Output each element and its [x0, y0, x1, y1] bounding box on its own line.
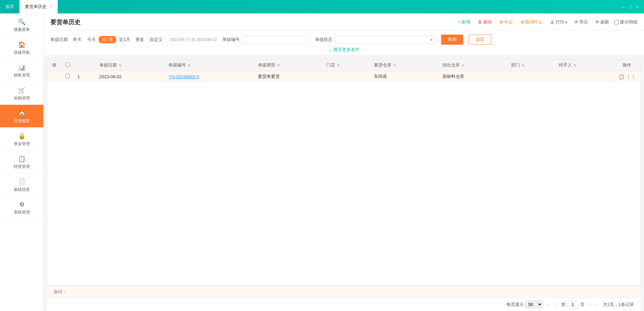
col-req-warehouse: 要货仓库 ⇅ — [371, 59, 439, 71]
sidebar-item-search-menu[interactable]: 🔍 搜索菜单 — [0, 13, 43, 36]
page-title-row: 要货单历史 + 新增 🗑 删除 ⊗ 中止 ⊗ 取消中止 🖨 — [50, 18, 637, 26]
action-icons: 📋 ⋮⋮ — [617, 74, 637, 79]
sidebar-item-inventory[interactable]: 🏠 库存核算 — [0, 105, 43, 128]
status-select-container: ▾ — [335, 36, 436, 44]
sidebar-item-purchase[interactable]: 🛒 采购管理 — [0, 82, 43, 105]
show-detail-button[interactable]: 显示明细 — [614, 19, 637, 25]
pagination-bar: 每页显示 10 20 50 100 « < 第 页 > » 共1页，1条记录 — [47, 298, 641, 311]
date-option-custom[interactable]: 自定义 — [147, 36, 165, 43]
req-warehouse-sort-icon[interactable]: ⇅ — [393, 63, 396, 67]
data-table: ⚙ 单据日期 ⇅ 单据编号 ⇅ — [47, 59, 640, 82]
sidebar-item-purchase-label: 采购管理 — [14, 95, 30, 101]
show-detail-checkbox[interactable] — [614, 20, 619, 25]
export-button-label: ⟳ 导出 — [575, 19, 588, 25]
tab-close-icon[interactable]: × — [50, 0, 52, 13]
minimize-btn[interactable]: — — [621, 4, 626, 9]
col-store: 门店 ⇅ — [323, 59, 371, 71]
row-doc-type: 要货单要货 — [255, 71, 323, 82]
sidebar-item-system[interactable]: ⚙ 系统管理 — [0, 196, 43, 219]
system-icon: ⚙ — [19, 201, 24, 208]
col-doc-no: 单据编号 ⇅ — [165, 59, 255, 71]
status-label: 单据状态 — [315, 37, 332, 43]
col-index — [74, 59, 96, 71]
print-button[interactable]: 🖨 打印 ▾ — [548, 18, 569, 26]
page-number-input[interactable] — [567, 301, 579, 308]
doc-no-sort-icon[interactable]: ⇅ — [188, 63, 191, 67]
status-input[interactable] — [335, 36, 428, 44]
tab-home[interactable]: 首页 — [0, 0, 19, 13]
row-checkbox[interactable] — [65, 74, 70, 78]
select-all-checkbox[interactable] — [65, 62, 70, 67]
col-gear: ⚙ — [47, 59, 61, 71]
status-dropdown-icon[interactable]: ▾ — [428, 37, 435, 42]
last-page-btn[interactable]: » — [594, 301, 600, 308]
row-actions: 📋 ⋮⋮ — [613, 71, 640, 82]
table-gear-icon[interactable]: ⚙ — [52, 62, 56, 68]
sales-icon: 📊 — [18, 64, 25, 71]
per-page-label: 每页显示 — [506, 302, 524, 308]
prev-page-btn[interactable]: < — [553, 301, 560, 308]
row-store — [323, 71, 371, 82]
expand-more-label: 展开更多条件 — [333, 47, 360, 53]
sidebar-item-operations-label: 经营管理 — [14, 164, 30, 170]
doc-no-link[interactable]: YH-20230602-0 — [168, 74, 199, 79]
first-page-btn[interactable]: « — [545, 301, 552, 308]
sidebar-item-finance[interactable]: 🔒 资金管理 — [0, 128, 43, 150]
date-option-more[interactable]: 更多 — [133, 36, 147, 43]
table-header: ⚙ 单据日期 ⇅ 单据编号 ⇅ — [47, 59, 640, 71]
row-department — [508, 71, 555, 82]
sidebar-item-sales[interactable]: 📊 销售管理 — [0, 59, 43, 82]
close-window-btn[interactable]: × — [636, 4, 639, 9]
show-detail-label: 显示明细 — [620, 19, 637, 25]
tab-active[interactable]: 要货单历史 × — [19, 0, 58, 13]
basic-info-icon: 📄 — [18, 178, 25, 185]
query-button[interactable]: 查询 — [441, 35, 463, 45]
page-nav: « < 第 页 > » — [545, 301, 600, 308]
doc-type-sort-icon[interactable]: ⇅ — [277, 63, 280, 67]
date-range-display: 2023-05-27 至 2023-06-02 — [169, 37, 217, 43]
handler-sort-icon[interactable]: ⇅ — [574, 63, 576, 67]
sidebar-item-basic-info[interactable]: 📄 基础信息 — [0, 173, 43, 196]
sidebar-item-operations[interactable]: 📋 经营管理 — [0, 150, 43, 173]
per-page-select[interactable]: 10 20 50 100 — [525, 301, 543, 308]
delete-button[interactable]: 🗑 删除 — [476, 18, 494, 26]
row-gear-cell — [47, 71, 61, 82]
expand-more[interactable]: ⌄ 展开更多条件 — [50, 47, 637, 53]
sidebar-item-quick-nav[interactable]: 🏠 快捷导航 — [0, 36, 43, 59]
refresh-button[interactable]: ⟳ 刷新 — [593, 18, 611, 26]
date-options: 昨天 今天 近7天 近1月 更多 自定义 — [70, 36, 165, 43]
total-label: 合计： — [54, 289, 67, 294]
doc-number-input[interactable] — [243, 36, 310, 44]
date-option-1month[interactable]: 近1月 — [116, 36, 133, 43]
top-bar-right: — □ × — [621, 4, 644, 9]
operations-icon: 📋 — [18, 155, 25, 163]
per-page-group: 每页显示 10 20 50 100 — [506, 301, 543, 308]
filter-settings-button[interactable]: 设置 — [469, 35, 491, 45]
maximize-btn[interactable]: □ — [630, 4, 632, 9]
date-option-7days[interactable]: 近7天 — [99, 36, 116, 43]
inventory-icon: 🏠 — [18, 109, 25, 117]
finance-icon: 🔒 — [18, 132, 25, 140]
purchase-icon: 🛒 — [18, 87, 25, 94]
date-filter-label: 单据日期 — [50, 37, 68, 43]
date-option-yesterday[interactable]: 昨天 — [70, 36, 85, 43]
department-sort-icon[interactable]: ⇅ — [522, 63, 524, 67]
row-more-icon[interactable]: ⋮⋮ — [626, 74, 636, 79]
new-button[interactable]: + 新增 — [456, 18, 472, 26]
next-page-btn[interactable]: > — [586, 301, 593, 308]
cancel-button[interactable]: ⊗ 取消中止 — [519, 18, 545, 26]
date-sort-icon[interactable]: ⇅ — [119, 63, 121, 67]
search-menu-icon: 🔍 — [18, 18, 25, 26]
new-button-label: + 新增 — [458, 19, 470, 25]
col-department: 部门 ⇅ — [508, 59, 555, 71]
pending-warehouse-sort-icon[interactable]: ⇅ — [462, 63, 465, 67]
row-edit-icon[interactable]: 📋 — [619, 74, 624, 79]
store-sort-icon[interactable]: ⇅ — [337, 63, 340, 67]
stop-button[interactable]: ⊗ 中止 — [497, 18, 515, 26]
page-title: 要货单历史 — [50, 18, 80, 26]
export-button[interactable]: ⟳ 导出 — [573, 18, 590, 26]
date-option-today[interactable]: 今天 — [85, 36, 99, 43]
sidebar-item-system-label: 系统管理 — [14, 210, 30, 215]
content-area: 要货单历史 + 新增 🗑 删除 ⊗ 中止 ⊗ 取消中止 🖨 — [44, 13, 644, 311]
print-dropdown-icon[interactable]: ▾ — [566, 20, 567, 24]
